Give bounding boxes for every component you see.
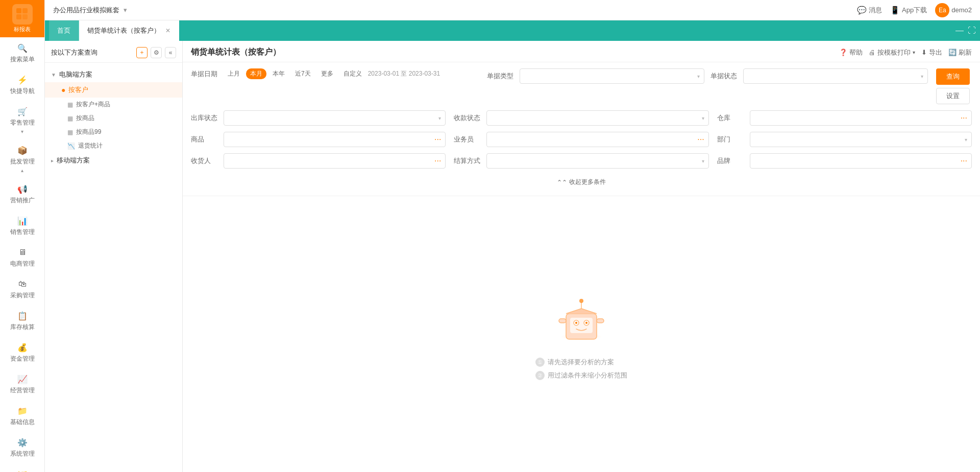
warehouse-select[interactable]: ··· [750, 110, 972, 126]
department-label: 部门 [717, 135, 746, 144]
order-status-arrow: ▾ [921, 74, 923, 79]
sidebar-item-enterprise[interactable]: 🤝 企业协同 [0, 463, 44, 472]
svg-rect-1 [22, 8, 28, 13]
main-wrap: 办公用品行业模拟账套 ▾ 💬 消息 📱 App下载 Ea demo2 首页 销货… [45, 0, 980, 472]
svg-point-9 [575, 322, 577, 324]
tree-group-mobile-header[interactable]: ▸ 移动端方案 [45, 153, 182, 168]
export-btn[interactable]: ⬇ 导出 [921, 48, 942, 57]
tree-item-by-customer[interactable]: ● 按客户 [45, 82, 182, 98]
enterprise-icon: 🤝 [17, 468, 28, 472]
step-2-badge: ② [535, 371, 545, 380]
user-profile[interactable]: Ea demo2 [935, 3, 972, 17]
tree-item-return-stats[interactable]: 📉 退货统计 [45, 139, 182, 153]
tab-home[interactable]: 首页 [49, 20, 79, 41]
by-customer-icon: ● [61, 86, 65, 94]
by-customer-product-icon: ▦ [67, 101, 73, 108]
page-title: 销货单统计表（按客户） [191, 47, 281, 58]
consignee-field: 收货人 ··· [191, 153, 446, 169]
tab-minimize-btn[interactable]: — [955, 26, 964, 35]
refresh-btn[interactable]: 🔄 刷新 [948, 48, 972, 57]
svg-rect-14 [597, 319, 604, 323]
logo-icon [12, 4, 33, 25]
payment-status-label: 收款状态 [454, 113, 482, 123]
svg-rect-13 [559, 319, 566, 323]
tab-maximize-btn[interactable]: ⛶ [968, 26, 976, 35]
product-field: 商品 ··· [191, 132, 446, 147]
svg-rect-2 [16, 14, 21, 19]
payment-status-select[interactable]: ▾ [486, 110, 708, 126]
template-print-btn[interactable]: 🖨 按模板打印 ▾ [869, 48, 915, 57]
app-title-dropdown[interactable]: ▾ [124, 6, 127, 14]
sidebar-item-purchase[interactable]: 🛍 采购管理 [0, 273, 44, 305]
tree-item-by-customer-product[interactable]: ▦ 按客户+商品 [45, 98, 182, 111]
ecommerce-icon: 🖥 [17, 247, 28, 258]
download-icon: 📱 [890, 6, 900, 15]
sidebar-item-ecommerce[interactable]: 🖥 电商管理 [0, 242, 44, 273]
app-download-btn[interactable]: 📱 App下载 [890, 6, 927, 15]
settlement-field: 结算方式 ▾ [454, 153, 708, 169]
sidebar-item-basic-info[interactable]: 📁 基础信息 [0, 400, 44, 432]
settings-btn[interactable]: 设置 [936, 88, 970, 104]
brand-select[interactable]: ··· [750, 153, 972, 169]
search-menu-icon: 🔍 [17, 42, 28, 54]
shortcut-this-year[interactable]: 本年 [268, 68, 289, 79]
header-left: 办公用品行业模拟账套 ▾ [53, 6, 127, 15]
shortcut-custom[interactable]: 自定义 [339, 68, 366, 79]
svg-point-12 [579, 299, 583, 303]
logo[interactable]: 标报表 [0, 0, 44, 37]
help-icon: ❓ [839, 49, 847, 56]
salesperson-select[interactable]: ··· [486, 132, 708, 147]
salesperson-field: 业务员 ··· [454, 132, 708, 147]
product-dots: ··· [434, 135, 441, 144]
help-btn[interactable]: ❓ 帮助 [839, 48, 863, 57]
tab-sales-stats[interactable]: 销货单统计表（按客户） ✕ [79, 20, 179, 41]
product-label: 商品 [191, 135, 219, 144]
tab-close-btn[interactable]: ✕ [165, 27, 170, 34]
by-product-99-icon: ▦ [67, 129, 73, 136]
search-form: 单据日期 上月 本月 本年 近7天 更多 自定义 2023-03-01 至 20… [183, 62, 980, 196]
sidebar-item-wholesale[interactable]: 📦 批发管理 ▴ [0, 139, 44, 178]
date-field: 单据日期 上月 本月 本年 近7天 更多 自定义 2023-03-01 至 20… [191, 68, 481, 79]
message-btn[interactable]: 💬 消息 [857, 6, 882, 15]
consignee-label: 收货人 [191, 156, 219, 166]
filter-add-btn[interactable]: + [136, 47, 148, 58]
department-select[interactable]: ▾ [750, 132, 972, 147]
print-icon: 🖨 [869, 49, 875, 56]
sidebar-item-sales[interactable]: 📊 销售管理 [0, 210, 44, 242]
tree-item-by-product[interactable]: ▦ 按商品 [45, 111, 182, 125]
tree-item-by-product-99[interactable]: ▦ 按商品99 [45, 125, 182, 139]
shortcut-last-month[interactable]: 上月 [224, 68, 244, 79]
sidebar-item-finance[interactable]: 💰 资金管理 [0, 337, 44, 368]
form-row-2: 出库状态 ▾ 收款状态 ▾ 仓库 [191, 110, 972, 126]
product-select[interactable]: ··· [224, 132, 446, 147]
order-status-select[interactable]: ▾ [743, 68, 928, 84]
query-btn[interactable]: 查询 [936, 68, 970, 85]
sales-icon: 📊 [17, 215, 28, 226]
purchase-icon: 🛍 [17, 278, 28, 290]
order-type-select[interactable]: ▾ [520, 68, 704, 84]
operations-icon: 📈 [17, 373, 28, 385]
payment-status-arrow: ▾ [702, 115, 704, 121]
collapse-btn[interactable]: ⌃⌃ 收起更多条件 [191, 175, 972, 190]
sidebar-item-search-menu[interactable]: 🔍 搜索菜单 [0, 37, 44, 69]
svg-rect-0 [16, 8, 21, 13]
sidebar-item-system[interactable]: ⚙️ 系统管理 [0, 432, 44, 463]
sidebar-item-operations[interactable]: 📈 经营管理 [0, 368, 44, 400]
tree-group-desktop-header[interactable]: ▼ 电脑端方案 [45, 67, 182, 82]
content-area: 按以下方案查询 + ⚙ « ▼ 电脑端方案 ● 按客户 [45, 41, 980, 472]
consignee-select[interactable]: ··· [224, 153, 446, 169]
sidebar-item-retail[interactable]: 🛒 零售管理 ▾ [0, 101, 44, 139]
shortcut-this-month[interactable]: 本月 [246, 68, 266, 79]
shortcut-7days[interactable]: 近7天 [291, 68, 315, 79]
empty-text-item-2: ② 用过滤条件来缩小分析范围 [535, 371, 627, 380]
sidebar-item-marketing[interactable]: 📢 营销推广 [0, 178, 44, 210]
warehouse-dots: ··· [961, 113, 967, 123]
filter-collapse-btn[interactable]: « [165, 47, 176, 58]
app-title: 办公用品行业模拟账套 [53, 6, 119, 15]
sidebar-item-inventory[interactable]: 📋 库存核算 [0, 305, 44, 337]
out-status-select[interactable]: ▾ [224, 110, 446, 126]
sidebar-item-quick-nav[interactable]: ⚡ 快捷导航 [0, 69, 44, 101]
shortcut-more[interactable]: 更多 [317, 68, 337, 79]
filter-settings-btn[interactable]: ⚙ [151, 47, 162, 58]
settlement-select[interactable]: ▾ [486, 153, 708, 169]
